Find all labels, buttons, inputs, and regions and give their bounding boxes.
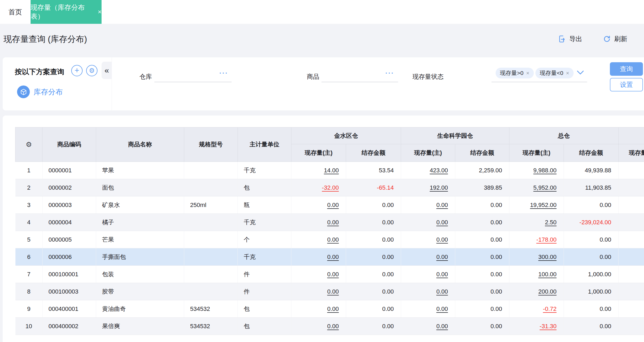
cell-spec (184, 179, 238, 196)
warehouse-more-button[interactable]: ··· (219, 69, 228, 77)
quantity-link[interactable]: 0.00 (436, 288, 448, 295)
export-button[interactable]: 导出 (558, 35, 582, 43)
quantity-link[interactable]: 0.00 (327, 202, 339, 208)
cell-name: 胶带 (96, 283, 184, 300)
quantity-link[interactable]: 423.00 (430, 167, 448, 174)
sub-header-amount[interactable]: 结存金额 (455, 144, 509, 162)
quantity-link[interactable]: 0.00 (436, 323, 448, 330)
quantity-link[interactable]: -32.00 (322, 184, 339, 191)
query-button[interactable]: 查询 (610, 62, 643, 76)
table-row[interactable]: 8000100003胶带件0.000.000.000.00200.001,000… (15, 283, 644, 300)
table-row[interactable]: 50000005芒果个0.000.000.000.00-178.000.00 (15, 231, 644, 248)
plan-item-inventory-distribution[interactable]: 库存分布 (17, 86, 63, 98)
column-settings-button[interactable]: ⚙ (15, 127, 43, 162)
cell-amount: 0.00 (346, 318, 401, 335)
cell-spec: 534532 (184, 300, 238, 318)
sub-header-quantity[interactable]: 现存量(主) (401, 144, 455, 162)
cell-amount: 0.00 (455, 248, 509, 266)
cell-spec (184, 266, 238, 283)
quantity-link[interactable]: 0.00 (327, 305, 339, 312)
plan-settings-button[interactable]: ⚙ (86, 65, 97, 76)
refresh-button[interactable]: 刷新 (603, 35, 627, 43)
cell-quantity: -31.30 (509, 318, 564, 335)
cell-amount: 0.00 (346, 266, 401, 283)
table-row[interactable]: 40000004橘子千克0.000.000.000.002.50-239,024… (15, 214, 644, 231)
quantity-link[interactable]: 192.00 (430, 184, 448, 191)
quantity-link[interactable]: 0.00 (436, 305, 448, 312)
tag-close-icon[interactable]: × (526, 70, 529, 76)
table-row[interactable]: 7000100001包装件0.000.000.000.00100.001,000… (15, 266, 644, 283)
cell-quantity: 0.00 (291, 248, 346, 266)
table-row[interactable]: 60000006手撕面包千克0.000.000.000.00300.000.00 (15, 248, 644, 266)
quantity-link[interactable]: 200.00 (538, 288, 557, 295)
cell-unit: 瓶 (238, 196, 291, 214)
quantity-link[interactable]: 0.00 (436, 236, 448, 243)
cell-amount: 0.00 (564, 318, 619, 335)
cell-amount: 0.00 (346, 283, 401, 300)
cell-spec: 250ml (184, 196, 238, 214)
quantity-link[interactable]: 300.00 (538, 254, 557, 260)
stock-status-select[interactable]: 现存量>0 × 现存量<0 × (492, 65, 587, 82)
sub-header-amount[interactable]: 结存金额 (564, 144, 619, 162)
page-title: 现存量查询 (库存分布) (4, 34, 87, 45)
cell-quantity: 0.00 (401, 214, 455, 231)
row-index: 4 (15, 214, 43, 231)
col-header-name[interactable]: 商品名称 (96, 127, 184, 162)
cell-amount: 0.00 (455, 300, 509, 318)
cell-amount: 0.00 (346, 248, 401, 266)
quantity-link[interactable]: -0.72 (543, 305, 557, 312)
quantity-link[interactable]: 0.00 (436, 271, 448, 278)
quantity-link[interactable]: 0.00 (436, 219, 448, 226)
add-plan-button[interactable]: + (71, 65, 83, 76)
table-row[interactable]: 30000003矿泉水250ml瓶0.000.000.000.0019,952.… (15, 196, 644, 214)
quantity-link[interactable]: 14.00 (324, 167, 339, 174)
col-header-spec[interactable]: 规格型号 (184, 127, 238, 162)
collapse-panel-button[interactable]: « (102, 62, 112, 79)
table-row[interactable]: 9000400001黄油曲奇534532包0.000.000.000.00-0.… (15, 300, 644, 318)
quantity-link[interactable]: 0.00 (327, 236, 339, 243)
cell-name: 芒果 (96, 231, 184, 248)
filter-tag: 现存量<0 × (535, 68, 574, 78)
quantity-link[interactable]: 0.00 (327, 219, 339, 226)
tab-home[interactable]: 首页 (0, 0, 31, 24)
close-icon[interactable]: × (98, 8, 102, 16)
refresh-icon (603, 35, 611, 43)
quantity-link[interactable]: 0.00 (436, 202, 448, 208)
sub-header-amount[interactable]: 结存金额 (346, 144, 401, 162)
table-body: 10000001苹果千克14.0053.54423.002,259.009,98… (15, 162, 644, 335)
quantity-link[interactable]: 9,988.00 (533, 167, 557, 174)
cell-quantity: 0.00 (401, 300, 455, 318)
quantity-link[interactable]: 5,952.00 (533, 184, 557, 191)
sub-header-quantity[interactable]: 现存量(主) (619, 144, 644, 162)
cell-unit: 包 (238, 179, 291, 196)
quantity-link[interactable]: -31.30 (540, 323, 557, 330)
col-header-code[interactable]: 商品编码 (43, 127, 96, 162)
table-row[interactable]: 10000001苹果千克14.0053.54423.002,259.009,98… (15, 162, 644, 179)
quantity-link[interactable]: 19,952.00 (530, 202, 557, 208)
cell-amount: 53.54 (346, 162, 401, 179)
table-row[interactable]: 10000400002果倍爽534532包0.000.000.000.00-31… (15, 318, 644, 335)
cell-quantity (619, 214, 644, 231)
tag-close-icon[interactable]: × (566, 70, 569, 76)
cell-quantity: 0.00 (401, 318, 455, 335)
product-more-button[interactable]: ··· (385, 69, 394, 77)
chevron-down-icon[interactable] (577, 70, 584, 76)
sub-header-quantity[interactable]: 现存量(主) (291, 144, 346, 162)
quantity-link[interactable]: 2.50 (545, 219, 557, 226)
col-header-unit[interactable]: 主计量单位 (238, 127, 291, 162)
quantity-link[interactable]: 100.00 (538, 271, 557, 278)
cell-quantity: 0.00 (401, 283, 455, 300)
tab-inventory-distribution[interactable]: 现存量（库存分布表） × (31, 0, 102, 24)
cell-quantity (619, 231, 644, 248)
settings-button[interactable]: 设置 (610, 78, 643, 91)
table-row[interactable]: 20000002面包包-32.00-65.14192.00389.855,952… (15, 179, 644, 196)
cell-quantity (619, 283, 644, 300)
sub-header-quantity[interactable]: 现存量(主) (509, 144, 564, 162)
cell-unit: 千克 (238, 214, 291, 231)
quantity-link[interactable]: 0.00 (327, 323, 339, 330)
quantity-link[interactable]: 0.00 (327, 288, 339, 295)
quantity-link[interactable]: 0.00 (327, 271, 339, 278)
quantity-link[interactable]: -178.00 (536, 236, 557, 243)
quantity-link[interactable]: 0.00 (436, 254, 448, 260)
quantity-link[interactable]: 0.00 (327, 254, 339, 260)
